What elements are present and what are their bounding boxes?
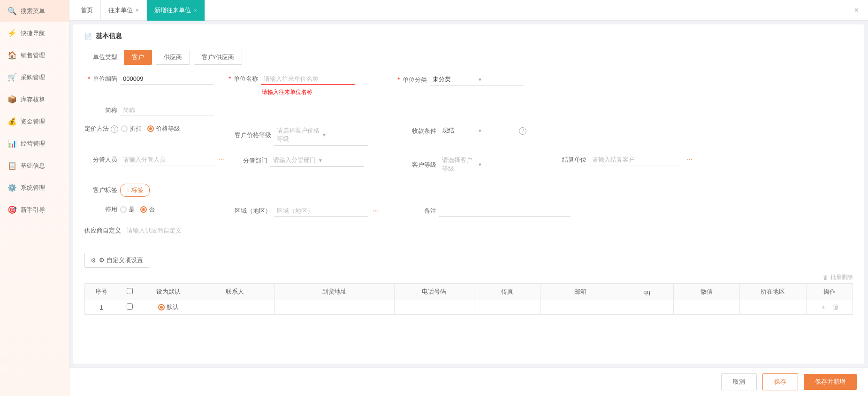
delete-row-button[interactable]: 🗑 [830, 303, 841, 311]
customer-level-label: 客户等级 [404, 161, 436, 169]
region-more-button[interactable]: ··· [371, 207, 381, 215]
sidebar-item-basic-info[interactable]: 📋 基础信息 [0, 155, 69, 177]
field-unit-name: * 单位名称 请输入往来单位名称 [225, 73, 394, 96]
cell-email-1[interactable] [541, 300, 620, 315]
cell-phone-1[interactable] [394, 300, 474, 315]
field-department: 分管部门 请输入分管部门 ▼ [235, 154, 404, 167]
row-customer-tag: 客户标签 + 标签 [84, 184, 853, 197]
field-payment-terms: 收款条件 现结 ▼ ? [404, 124, 554, 137]
manager-input[interactable] [120, 154, 214, 165]
unit-code-input[interactable] [120, 73, 214, 85]
pricing-help-icon[interactable]: ? [111, 125, 118, 133]
phone-input-1[interactable] [399, 304, 469, 311]
unit-name-input[interactable] [261, 73, 355, 85]
region-input[interactable] [274, 205, 368, 217]
contact-input-1[interactable] [200, 304, 270, 311]
radio-disabled-no[interactable]: 否 [140, 205, 155, 214]
sidebar-item-system[interactable]: ⚙️ 系统管理 [0, 177, 69, 199]
disabled-yes-circle [120, 206, 127, 213]
batch-delete-area: 🗑 批量删除 [84, 273, 853, 281]
save-and-new-button[interactable]: 保存并新增 [804, 374, 857, 390]
settlement-unit-more-button[interactable]: ··· [685, 155, 694, 164]
action-bar: 取消 保存 保存并新增 [69, 367, 868, 396]
email-input-1[interactable] [545, 304, 615, 311]
field-unit-code: * 单位编码 [84, 73, 225, 85]
section-icon: 📄 [84, 33, 92, 40]
cell-qq-1[interactable] [620, 300, 673, 315]
global-close-button[interactable]: × [849, 6, 864, 15]
manager-more-button[interactable]: ··· [217, 155, 227, 164]
short-name-input[interactable] [120, 105, 214, 116]
sidebar-item-guide[interactable]: 🎯 新手引导 [0, 199, 69, 221]
custom-settings-button[interactable]: ⚙ ⚙ 自定义项设置 [84, 253, 149, 268]
cart-icon: 🛒 [8, 73, 17, 82]
save-button[interactable]: 保存 [762, 373, 798, 390]
pricing-label: 定价方法 ? [84, 124, 118, 133]
cancel-button[interactable]: 取消 [721, 373, 757, 390]
unit-name-error: 请输入往来单位名称 [262, 88, 312, 96]
radio-price-level[interactable]: 价格等级 [147, 124, 180, 133]
radio-disabled-yes[interactable]: 是 [120, 205, 135, 214]
department-label: 分管部门 [235, 156, 267, 165]
cell-region-1[interactable] [740, 300, 807, 315]
add-row-button[interactable]: ＋ [818, 303, 829, 311]
tab-home-label: 首页 [81, 6, 93, 15]
payment-terms-help-icon[interactable]: ? [519, 127, 526, 135]
settings-icon: ⚙ [91, 257, 96, 264]
customer-price-level-select[interactable]: 请选择客户价格等级 ▼ [274, 124, 368, 146]
sidebar-item-quick-nav[interactable]: ⚡ 快捷导航 [0, 22, 69, 44]
radio-discount[interactable]: 折扣 [121, 124, 142, 133]
tab-new-contact-unit-close[interactable]: × [194, 7, 197, 14]
sidebar-item-operations[interactable]: 📊 经营管理 [0, 132, 69, 155]
btn-supplier[interactable]: 供应商 [156, 50, 190, 65]
row-checkbox-1[interactable] [127, 303, 133, 310]
custom-settings-label: ⚙ 自定义项设置 [99, 256, 143, 264]
chevron-down-icon-4: ▼ [318, 158, 361, 163]
tab-home[interactable]: 首页 [73, 0, 101, 21]
sidebar-item-finance[interactable]: 💰 资金管理 [0, 110, 69, 132]
address-input-1[interactable] [280, 304, 389, 311]
sidebar-label-inventory: 库存核算 [21, 95, 45, 104]
sidebar-item-sales[interactable]: 🏠 销售管理 [0, 44, 69, 66]
gear-icon: ⚙️ [8, 183, 17, 192]
remark-input[interactable] [439, 205, 571, 217]
field-customer-level: 客户等级 请选择客户等级 ▼ [404, 154, 554, 175]
supplier-custom-input[interactable] [124, 225, 218, 236]
fax-input-1[interactable] [479, 304, 536, 311]
tab-contact-units[interactable]: 往来单位 × [101, 0, 147, 21]
row-pricing: 定价方法 ? 折扣 价格等级 [84, 124, 853, 146]
tab-new-contact-unit[interactable]: 新增往来单位 × [147, 0, 205, 21]
price-level-radio-circle [147, 125, 154, 132]
add-tag-button[interactable]: + 标签 [120, 184, 150, 197]
main-content: 首页 往来单位 × 新增往来单位 × × 📄 基本信息 单位类型 客户 供应商 … [69, 0, 868, 396]
unit-code-label: * 单位编码 [84, 75, 117, 83]
unit-category-select[interactable]: 未分类 ▼ [430, 73, 524, 86]
disabled-radio-group: 是 否 [120, 205, 155, 214]
sidebar-item-purchase[interactable]: 🛒 采购管理 [0, 66, 69, 88]
region-input-1[interactable] [745, 304, 801, 311]
unit-type-row: 单位类型 客户 供应商 客户/供应商 [84, 50, 853, 65]
cell-address-1[interactable] [274, 300, 394, 315]
batch-delete-button[interactable]: 🗑 批量删除 [823, 273, 853, 281]
btn-customer[interactable]: 客户 [124, 50, 152, 65]
payment-terms-select[interactable]: 现结 ▼ [439, 124, 514, 137]
cell-wechat-1[interactable] [673, 300, 740, 315]
cell-contact-1[interactable] [195, 300, 275, 315]
tab-contact-units-close[interactable]: × [136, 7, 139, 14]
row-unit-basic: * 单位编码 * 单位名称 请输入往来单位名称 [84, 73, 853, 96]
tabbar: 首页 往来单位 × 新增往来单位 × × [69, 0, 868, 21]
customer-level-select[interactable]: 请选择客户等级 ▼ [439, 154, 514, 175]
sidebar-item-inventory[interactable]: 📦 库存核算 [0, 88, 69, 110]
sidebar-item-search[interactable]: 🔍 搜索菜单 [0, 0, 69, 22]
settlement-unit-input[interactable] [589, 154, 682, 165]
wechat-input-1[interactable] [678, 304, 735, 311]
field-region: 区域（地区） ··· [235, 205, 404, 217]
btn-both[interactable]: 客户/供应商 [194, 50, 242, 65]
contact-table: 序号 设为默认 联系人 到货地址 电话号码 传真 邮箱 qq 微信 所在地区 [84, 283, 853, 315]
qq-input-1[interactable] [625, 304, 668, 311]
row-default-radio-1[interactable]: 默认 [147, 303, 190, 311]
tab-new-contact-unit-label: 新增往来单位 [154, 6, 191, 15]
cell-fax-1[interactable] [474, 300, 541, 315]
select-all-checkbox[interactable] [127, 288, 133, 294]
department-select[interactable]: 请输入分管部门 ▼ [270, 154, 364, 167]
